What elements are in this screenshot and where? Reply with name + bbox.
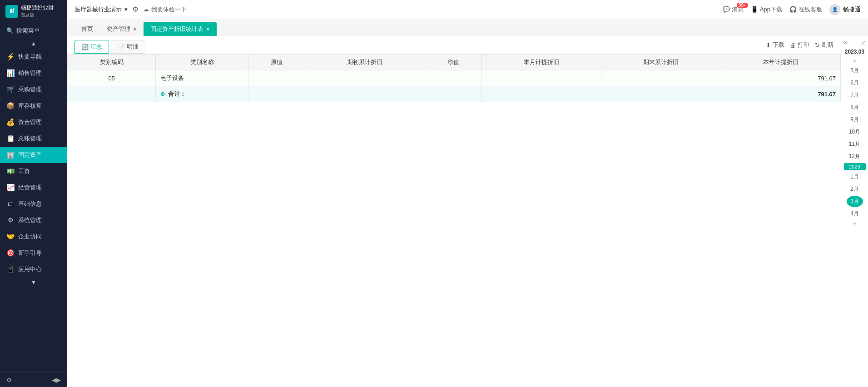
quick-nav-icon: ⚡ — [6, 53, 15, 61]
sidebar-item-salary[interactable]: 💵 工资 — [0, 163, 67, 179]
company-name: 医疗器械行业演示 — [74, 5, 122, 14]
sidebar-item-label: 固定资产 — [18, 151, 42, 159]
service-label: 在线客服 — [799, 5, 822, 14]
logo-text: 畅捷通好业财 — [21, 5, 54, 12]
sidebar-item-ledger[interactable]: 📋 总账管理 — [0, 130, 67, 147]
tab-home-label: 首页 — [81, 25, 93, 33]
date-month-aug[interactable]: 8月 — [844, 102, 866, 113]
user-menu[interactable]: 👤 畅捷通 — [829, 4, 861, 15]
table-container: 类别编码 类别名称 原值 期初累计折旧 净值 本月计提折旧 期末累计折旧 本年计… — [67, 54, 841, 387]
experience-btn[interactable]: ☁ 我要体验一下 — [143, 5, 187, 14]
col-annual: 本年计提折旧 — [721, 55, 840, 70]
tab-depreciation-close[interactable]: ✕ — [206, 26, 210, 32]
total-initial-accum — [305, 86, 425, 102]
tab-home[interactable]: 首页 — [74, 22, 100, 36]
total-annual: 791.67 — [721, 86, 840, 102]
date-month-feb[interactable]: 2月 — [844, 184, 866, 195]
download-btn[interactable]: ⬇ 下载 — [766, 41, 784, 49]
date-month-nov[interactable]: 11月 — [844, 139, 866, 150]
user-name: 畅捷通 — [843, 5, 861, 14]
sidebar-item-label: 应用中心 — [18, 265, 42, 273]
tab-depreciation[interactable]: 固定资产折旧统计表 ✕ — [144, 22, 217, 36]
refresh-btn[interactable]: ↻ 刷新 — [815, 41, 833, 49]
sub-tab-summary[interactable]: 🔄 汇总 — [74, 40, 109, 54]
sidebar-logo[interactable]: 财 畅捷通好业财 普及版 — [0, 0, 67, 23]
date-scroll-down[interactable]: ▼ — [851, 220, 858, 228]
company-dropdown-icon: ▾ — [124, 6, 128, 13]
basic-info-icon: 🗂 — [6, 200, 15, 208]
date-month-may[interactable]: 5月 — [844, 65, 866, 76]
date-panel: ✕ ⤢ 2023.03 ▲ 5月 6月 7月 8月 9月 10月 11月 12月… — [841, 36, 868, 387]
sidebar-item-label: 采购管理 — [18, 85, 42, 94]
total-cell — [68, 86, 156, 102]
sidebar-item-label: 经营管理 — [18, 184, 42, 192]
date-month-jan[interactable]: 1月 — [844, 171, 866, 183]
sidebar-item-purchase[interactable]: 🛒 采购管理 — [0, 81, 67, 98]
sidebar-item-label: 资金管理 — [18, 118, 42, 126]
experience-label: 我要体验一下 — [151, 5, 187, 14]
sidebar-search[interactable]: 🔍 搜索菜单 — [0, 23, 67, 39]
topbar-right: 💬 消息 99+ 📱 App下载 🎧 在线客服 👤 畅捷通 — [723, 4, 861, 15]
report-panel: 🔄 汇总 📄 明细 ⬇ 下载 🖨 打印 — [67, 36, 841, 387]
tab-asset-mgmt-close[interactable]: ✕ — [133, 26, 137, 32]
total-net — [425, 86, 481, 102]
sub-tab-detail[interactable]: 📄 明细 — [111, 40, 145, 54]
sidebar-item-fixed-assets[interactable]: 🏢 固定资产 — [0, 147, 67, 163]
msg-btn[interactable]: 💬 消息 99+ — [723, 5, 744, 14]
print-btn[interactable]: 🖨 打印 — [790, 41, 809, 49]
corp-collab-icon: 🤝 — [6, 233, 15, 241]
date-month-jul[interactable]: 7月 — [844, 89, 866, 101]
sidebar-scroll-up[interactable]: ▲ — [30, 40, 37, 48]
detail-icon: 📄 — [118, 44, 125, 50]
date-month-jun[interactable]: 6月 — [844, 77, 866, 89]
company-select[interactable]: 医疗器械行业演示 ▾ — [74, 5, 128, 14]
date-month-dec[interactable]: 12月 — [844, 151, 866, 162]
sidebar-item-quick-nav[interactable]: ⚡ 快捷导航 — [0, 49, 67, 65]
date-panel-expand[interactable]: ⤢ — [861, 39, 866, 46]
date-month-apr[interactable]: 4月 — [844, 208, 866, 219]
service-icon: 🎧 — [789, 6, 797, 13]
sub-tab-summary-label: 汇总 — [90, 43, 102, 51]
topbar-settings-icon[interactable]: ⚙ — [132, 5, 139, 14]
sidebar-item-app-center[interactable]: 📱 应用中心 — [0, 261, 67, 278]
sidebar-item-basic-info[interactable]: 🗂 基础信息 — [0, 196, 67, 212]
sidebar-item-sales[interactable]: 📊 销售管理 — [0, 65, 67, 81]
cell-name: 电子设备 — [156, 70, 248, 86]
sidebar-item-inventory[interactable]: 📦 库存核算 — [0, 98, 67, 114]
sales-icon: 📊 — [6, 69, 15, 77]
sidebar-item-ops[interactable]: 📈 经营管理 — [0, 179, 67, 196]
date-scroll-up[interactable]: ▲ — [851, 56, 858, 64]
collapse-icon[interactable]: ◀▶ — [52, 377, 61, 383]
col-initial-accum: 期初累计折旧 — [305, 55, 425, 70]
total-original — [248, 86, 305, 102]
app-label: App下载 — [760, 5, 782, 14]
date-year-tag-2023[interactable]: 2023 — [844, 163, 866, 170]
tab-asset-mgmt[interactable]: 资产管理 ✕ — [100, 22, 144, 36]
refresh-icon: ↻ — [815, 42, 820, 49]
online-service-btn[interactable]: 🎧 在线客服 — [789, 5, 822, 14]
sidebar-scroll-down[interactable]: ▼ — [30, 278, 37, 287]
sub-tab-detail-label: 明细 — [127, 43, 139, 51]
sys-mgmt-icon: ⚙ — [6, 216, 15, 224]
msg-badge: 99+ — [737, 3, 748, 8]
sidebar-item-corp-collab[interactable]: 🤝 企业协同 — [0, 228, 67, 245]
fixed-assets-icon: 🏢 — [6, 151, 15, 159]
date-month-mar[interactable]: 3月 — [847, 196, 863, 207]
print-label: 打印 — [798, 41, 809, 49]
sidebar-items: ⚡ 快捷导航 📊 销售管理 🛒 采购管理 📦 库存核算 💰 资金管理 📋 总账管… — [0, 49, 67, 278]
ledger-icon: 📋 — [6, 134, 15, 143]
sub-tabs: 🔄 汇总 📄 明细 — [74, 40, 145, 54]
total-monthly — [481, 86, 601, 102]
sidebar-item-sys-mgmt[interactable]: ⚙ 系统管理 — [0, 212, 67, 228]
app-download-btn[interactable]: 📱 App下载 — [751, 5, 782, 14]
print-icon: 🖨 — [790, 42, 796, 49]
msg-icon: 💬 — [723, 6, 730, 13]
table-row[interactable]: 05 电子设备 791.67 — [68, 70, 841, 86]
settings-icon[interactable]: ⚙ — [6, 377, 12, 383]
date-month-sep[interactable]: 9月 — [844, 114, 866, 125]
sidebar-item-finance[interactable]: 💰 资金管理 — [0, 114, 67, 130]
date-panel-close[interactable]: ✕ — [843, 39, 848, 46]
date-month-oct[interactable]: 10月 — [844, 126, 866, 138]
sub-tabbar: 🔄 汇总 📄 明细 ⬇ 下载 🖨 打印 — [67, 36, 841, 54]
sidebar-item-guide[interactable]: 🎯 新手引导 — [0, 245, 67, 261]
